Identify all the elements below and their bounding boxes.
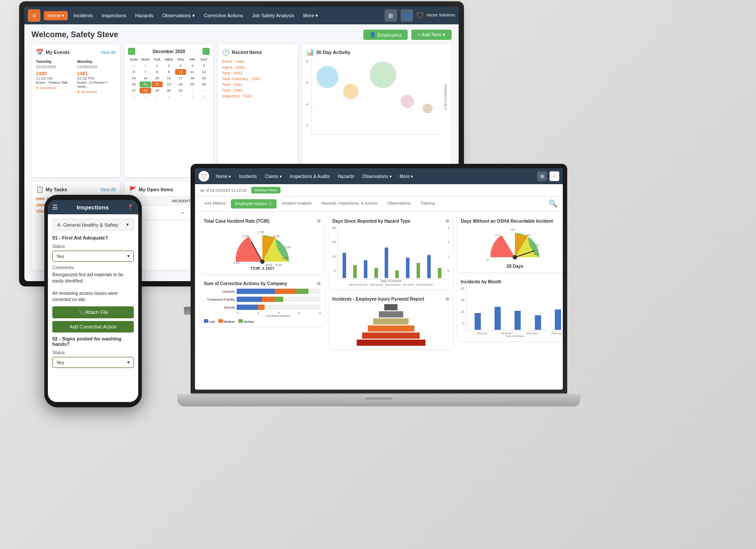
cal-day[interactable]: 14 <box>140 75 151 81</box>
cal-day[interactable]: 4 <box>140 94 151 100</box>
cal-day[interactable]: 31 <box>175 88 186 93</box>
cal-day[interactable]: 2 <box>163 63 174 69</box>
event-2-number[interactable]: 1481 <box>77 71 116 76</box>
cal-day[interactable]: 12 <box>199 69 210 75</box>
tcir-settings-icon[interactable]: ⚙ <box>317 219 321 224</box>
cal-day[interactable]: 18 <box>187 75 198 81</box>
cal-day-21[interactable]: 21 <box>140 81 151 87</box>
desktop-nav-hazards[interactable]: Hazards <box>132 11 157 20</box>
laptop-nav-inspections[interactable]: Inspections & Audits <box>287 173 333 180</box>
phone-section-header[interactable]: A. General Healthy & Safety ▾ <box>52 219 134 231</box>
user-icon[interactable]: 👤 <box>401 9 413 22</box>
cal-day[interactable]: 23 <box>163 81 174 87</box>
laptop-nav-more[interactable]: More ▾ <box>397 173 417 180</box>
cal-day[interactable]: 7 <box>140 69 151 75</box>
cal-day[interactable]: 3 <box>128 94 139 100</box>
cal-day-10[interactable]: 10 <box>175 69 186 75</box>
event-2-download[interactable]: ⬇ Download <box>77 90 116 94</box>
laptop-nav-observations[interactable]: Observations ▾ <box>359 173 395 180</box>
cal-day-28[interactable]: 28 <box>140 88 151 93</box>
laptop-nav-incidents[interactable]: Incidents <box>236 173 260 180</box>
cal-day[interactable]: 16 <box>163 75 174 81</box>
task-1-number[interactable]: 2660 <box>36 197 45 201</box>
cal-day[interactable]: 1 <box>152 63 163 69</box>
desktop-nav-inspections[interactable]: Inspections <box>98 11 130 20</box>
desktop-nav-corrective[interactable]: Corrective Actions <box>200 11 247 20</box>
calendar-next-button[interactable]: › <box>203 48 210 55</box>
recent-item-1[interactable]: Event : 1480 <box>222 59 293 64</box>
recent-item-6[interactable]: Task : 1560 <box>222 88 293 93</box>
laptop-nav-claims[interactable]: Claims ▾ <box>261 173 284 180</box>
phone-location-icon[interactable]: 📍 <box>127 204 134 210</box>
recent-item-7[interactable]: Inspection : 5101 <box>222 94 293 98</box>
cal-day[interactable]: 29 <box>128 63 139 69</box>
laptop-user-icon[interactable]: ○ <box>549 171 559 181</box>
cal-day[interactable]: 24 <box>175 81 186 87</box>
tasks-view-all[interactable]: View All <box>100 187 116 192</box>
cal-day[interactable]: 3 <box>175 63 186 69</box>
event-1-download[interactable]: ⬇ Download <box>36 86 74 90</box>
desktop-nav-jsa[interactable]: Job Safety Analysis <box>249 11 298 20</box>
days-reported-settings-icon[interactable]: ⚙ <box>445 219 449 224</box>
corrective-settings-icon[interactable]: ⚙ <box>317 281 321 286</box>
pyramid-settings-icon[interactable]: ⚙ <box>445 297 449 302</box>
cal-day[interactable]: 17 <box>175 75 186 81</box>
cal-day[interactable]: 1 <box>187 88 198 93</box>
phone-status-select-2[interactable]: Yes ▾ <box>52 357 134 368</box>
cal-day[interactable]: 5 <box>199 63 210 69</box>
calendar-prev-button[interactable]: ‹ <box>128 48 135 55</box>
event-1-number[interactable]: 1480 <box>36 71 74 76</box>
employees-button[interactable]: 👤 Employees <box>363 30 408 40</box>
display-filters-button[interactable]: Display Filters <box>251 187 281 193</box>
laptop-nav-hazards[interactable]: Hazards <box>335 173 357 180</box>
laptop-nav-home[interactable]: Home ▾ <box>213 173 234 180</box>
tab-observations[interactable]: Observations <box>383 199 415 209</box>
filter-icon[interactable]: 🔍 <box>549 199 557 209</box>
desktop-nav-more[interactable]: More ▾ <box>300 11 322 20</box>
recent-item-2[interactable]: Agent : 1000 <box>222 65 293 70</box>
phone-menu-icon[interactable]: ☰ <box>52 204 58 211</box>
task-3-number[interactable]: 1561 <box>36 209 45 213</box>
add-corrective-action-button[interactable]: Add Corrective Action <box>52 321 134 332</box>
recent-item-4[interactable]: Task Summary : 1562 <box>222 77 293 81</box>
cal-day[interactable]: 25 <box>187 81 198 87</box>
cal-day[interactable]: 9 <box>199 94 210 100</box>
tab-employee-injuries[interactable]: Employee Injuries ⓘ <box>231 199 277 209</box>
desktop-nav-incidents[interactable]: Incidents <box>70 11 96 20</box>
grid-icon[interactable]: ⊞ <box>385 9 397 22</box>
tab-hazards-inspections[interactable]: Hazards, Inspections, & Actions <box>317 199 382 209</box>
cal-day[interactable]: 30 <box>163 88 174 93</box>
tab-training[interactable]: Training <box>416 199 439 209</box>
desktop-nav-home[interactable]: Home ▾ <box>44 11 68 20</box>
cal-day[interactable]: 29 <box>152 88 163 93</box>
cal-day-22[interactable]: 22 <box>152 81 163 87</box>
events-view-all[interactable]: View All <box>100 50 116 55</box>
cal-day[interactable]: 27 <box>128 88 139 93</box>
cal-day[interactable]: 8 <box>152 69 163 75</box>
cal-day[interactable]: 13 <box>128 75 139 81</box>
attach-file-button[interactable]: 📎 Attach File <box>52 306 134 318</box>
recent-item-3[interactable]: Task : 1562 <box>222 71 293 75</box>
add-new-button[interactable]: + Add New ▾ <box>411 30 452 40</box>
desktop-nav-observations[interactable]: Observations ▾ <box>159 11 199 20</box>
recent-item-5[interactable]: Task : 1561 <box>222 82 293 87</box>
phone-status-select-1[interactable]: Yes ▾ <box>52 251 134 262</box>
cal-day[interactable]: 6 <box>163 94 174 100</box>
cal-day[interactable]: 20 <box>128 81 139 87</box>
cal-day[interactable]: 2 <box>199 88 210 93</box>
cal-day[interactable]: 30 <box>140 63 151 69</box>
cal-day[interactable]: 8 <box>187 94 198 100</box>
tab-incident-analysis[interactable]: Incident Analysis <box>277 199 316 209</box>
laptop-grid-icon[interactable]: ⊞ <box>537 171 547 181</box>
cal-day[interactable]: 5 <box>152 94 163 100</box>
cal-day[interactable]: 15 <box>152 75 163 81</box>
cal-day[interactable]: 26 <box>199 81 210 87</box>
cal-day[interactable]: 7 <box>175 94 186 100</box>
task-2-number[interactable]: 1560 <box>36 203 45 207</box>
laptop-trackpad[interactable] <box>366 398 392 399</box>
cal-day[interactable]: 4 <box>187 63 198 69</box>
tab-key-metrics[interactable]: Key Metrics <box>200 199 230 209</box>
cal-day[interactable]: 6 <box>128 69 139 75</box>
cal-day[interactable]: 9 <box>163 69 174 75</box>
cal-day[interactable]: 11 <box>187 69 198 75</box>
